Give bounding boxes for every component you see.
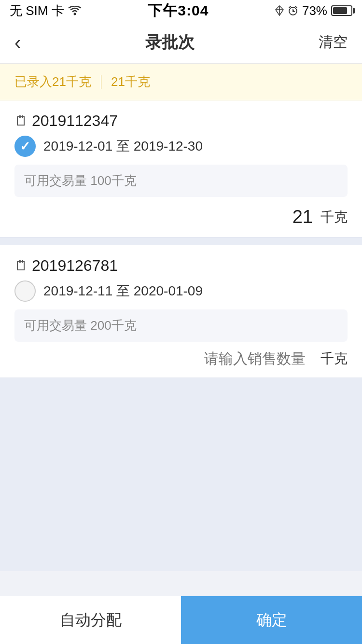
location-icon: [275, 5, 284, 16]
batch-date-row-1[interactable]: 2019-12-01 至 2019-12-30: [14, 136, 348, 157]
batch-id-text-2: 2019126781: [32, 257, 118, 275]
batch-id-row-2: 🗒 2019126781: [14, 257, 348, 275]
batch-date-row-2[interactable]: 2019-12-11 至 2020-01-09: [14, 280, 348, 302]
batch-section-2: 🗒 2019126781 2019-12-11 至 2020-01-09 可用交…: [0, 245, 362, 378]
qty-input-row-2[interactable]: 千克: [0, 342, 362, 378]
battery-icon: [331, 5, 352, 16]
batch-id-row-1: 🗒 2019112347: [14, 112, 348, 130]
batch-item-1: 🗒 2019112347 2019-12-01 至 2019-12-30 可用交…: [0, 100, 362, 197]
batch-id-icon-1: 🗒: [14, 113, 28, 129]
batch-avail-text-1: 可用交易量 100千克: [24, 173, 137, 188]
batch-item-2: 🗒 2019126781 2019-12-11 至 2020-01-09 可用交…: [0, 245, 362, 342]
back-button[interactable]: ‹: [14, 33, 21, 52]
qty-value-1: 21: [292, 207, 313, 227]
alarm-icon: [288, 5, 298, 16]
page-title: 录批次: [145, 31, 195, 54]
carrier-text: 无 SIM 卡: [10, 2, 64, 19]
summary-divider: [101, 75, 101, 89]
status-bar: 无 SIM 卡 下午3:04 73%: [0, 0, 362, 21]
auto-distribute-button[interactable]: 自动分配: [0, 596, 181, 644]
batch-date-text-2: 2019-12-11 至 2020-01-09: [43, 282, 203, 300]
status-time: 下午3:04: [148, 1, 209, 21]
svg-point-0: [73, 13, 76, 15]
qty-row-1: 21 千克: [0, 197, 362, 238]
batch-id-icon-2: 🗒: [14, 258, 28, 274]
radio-checked-1[interactable]: [14, 136, 36, 157]
confirm-button[interactable]: 确定: [181, 596, 362, 644]
batch-date-text-1: 2019-12-01 至 2019-12-30: [43, 137, 203, 155]
nav-bar: ‹ 录批次 清空: [0, 21, 362, 64]
summary-label: 已录入21千克: [14, 73, 91, 90]
section-divider: [0, 238, 362, 245]
batch-section-1: 🗒 2019112347 2019-12-01 至 2019-12-30 可用交…: [0, 100, 362, 238]
summary-bar: 已录入21千克 21千克: [0, 64, 362, 100]
summary-value: 21千克: [111, 73, 150, 90]
empty-area: [0, 378, 362, 571]
qty-input-2[interactable]: [129, 350, 313, 367]
qty-unit-1: 千克: [320, 208, 348, 226]
wifi-icon: [68, 6, 82, 15]
batch-avail-row-2: 可用交易量 200千克: [14, 309, 348, 342]
status-right: 73%: [275, 3, 352, 18]
clear-button[interactable]: 清空: [319, 32, 348, 52]
batch-avail-row-1: 可用交易量 100千克: [14, 165, 348, 197]
radio-unchecked-2[interactable]: [14, 280, 36, 302]
status-left: 无 SIM 卡: [10, 2, 82, 19]
batch-avail-text-2: 可用交易量 200千克: [24, 318, 137, 333]
content-area: 已录入21千克 21千克 🗒 2019112347 2019-12-01 至 2…: [0, 64, 362, 619]
batch-id-text-1: 2019112347: [32, 112, 118, 130]
qty-unit-2: 千克: [320, 350, 348, 368]
battery-percent: 73%: [302, 3, 327, 18]
bottom-bar: 自动分配 确定: [0, 596, 362, 644]
